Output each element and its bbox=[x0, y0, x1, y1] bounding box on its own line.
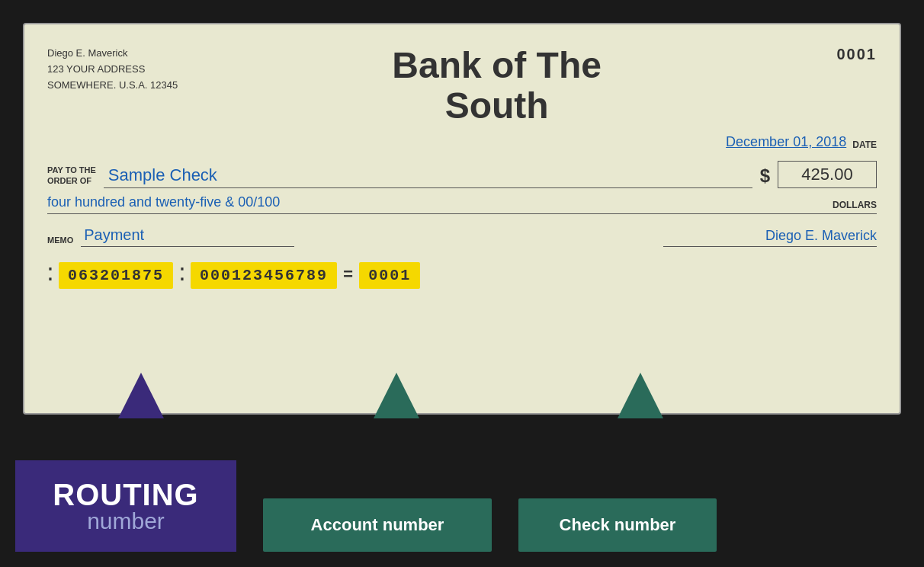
payer-address2: SOMEWHERE. U.S.A. 12345 bbox=[47, 78, 178, 94]
check-paper: Diego E. Maverick 123 YOUR ADDRESS SOMEW… bbox=[23, 23, 901, 415]
account-label-text: Account number bbox=[311, 515, 444, 535]
routing-number-highlight: 063201875 bbox=[59, 262, 173, 289]
payer-info: Diego E. Maverick 123 YOUR ADDRESS SOMEW… bbox=[47, 46, 178, 93]
routing-arrow bbox=[118, 373, 164, 418]
account-number-highlight: 000123456789 bbox=[191, 262, 337, 289]
check-top-row: Diego E. Maverick 123 YOUR ADDRESS SOMEW… bbox=[47, 46, 877, 127]
payee-line: Sample Check bbox=[104, 165, 752, 188]
micr-equal-symbol: = bbox=[343, 266, 353, 285]
routing-label-line2: number bbox=[87, 510, 165, 533]
memo-value: Payment bbox=[81, 226, 144, 243]
amount-words-row: four hundred and twenty-five & 00/100 DO… bbox=[47, 194, 877, 214]
account-label-box: Account number bbox=[263, 498, 492, 552]
micr-row: ⁚ 063201875 ⁚ 000123456789 = 0001 bbox=[47, 262, 877, 289]
micr-prefix-symbol: ⁚ bbox=[47, 265, 53, 286]
pay-to-label: PAY TO THE ORDER OF bbox=[47, 165, 96, 188]
check-number-arrow bbox=[618, 373, 663, 418]
check-number-display: 0001 bbox=[816, 46, 877, 63]
memo-row: MEMO Payment Diego E. Maverick bbox=[47, 226, 877, 247]
check-label-box: Check number bbox=[518, 498, 717, 552]
memo-label: MEMO bbox=[47, 235, 73, 247]
payee-name: Sample Check bbox=[104, 165, 217, 184]
routing-label-line1: ROUTING bbox=[53, 479, 198, 510]
signature-value: Diego E. Maverick bbox=[765, 228, 877, 243]
date-row: December 01, 2018 DATE bbox=[47, 134, 877, 150]
memo-line: Payment bbox=[81, 226, 294, 247]
dollars-label: DOLLARS bbox=[833, 200, 877, 210]
amount-box: 425.00 bbox=[778, 161, 877, 188]
signature-line: Diego E. Maverick bbox=[663, 228, 877, 247]
amount-words: four hundred and twenty-five & 00/100 bbox=[47, 194, 280, 210]
date-value: December 01, 2018 bbox=[726, 134, 846, 150]
account-arrow bbox=[374, 373, 419, 418]
bank-name: Bank of The South bbox=[193, 46, 800, 127]
pay-to-row: PAY TO THE ORDER OF Sample Check $ 425.0… bbox=[47, 161, 877, 188]
check-number-highlight: 0001 bbox=[359, 262, 420, 289]
date-label: DATE bbox=[852, 139, 877, 150]
check-label-text: Check number bbox=[560, 515, 676, 535]
memo-left: MEMO Payment bbox=[47, 226, 294, 247]
dollar-sign: $ bbox=[760, 165, 770, 188]
routing-label-box: ROUTING number bbox=[15, 460, 236, 552]
payer-address1: 123 YOUR ADDRESS bbox=[47, 62, 178, 78]
micr-suffix-symbol: ⁚ bbox=[179, 265, 184, 286]
payer-name: Diego E. Maverick bbox=[47, 46, 178, 62]
